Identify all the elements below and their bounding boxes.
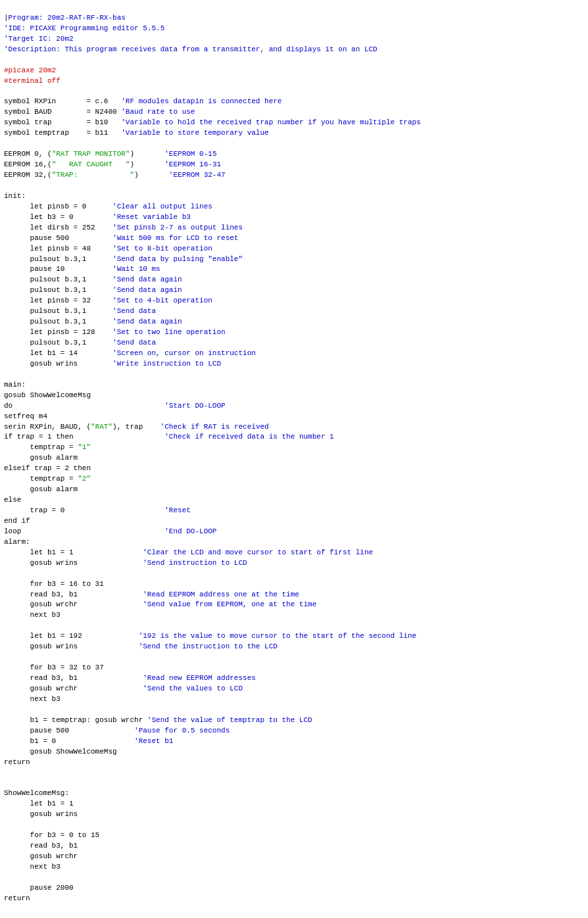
line-init5: let pinsb = 48 'Set to 8-bit operation <box>4 245 212 253</box>
line-setfreq: setfreq m4 <box>4 412 47 420</box>
line-sw-next: next b3 <box>4 863 61 871</box>
line-else: else <box>4 496 21 504</box>
line-init7: pause 10 'Wait 10 ms <box>4 265 160 273</box>
line-init9: pulsout b.3,1 'Send data again <box>4 286 182 294</box>
line-symbol3: symbol trap = b10 'Variable to hold the … <box>4 118 421 126</box>
line-sw-read: read b3, b1 <box>4 842 78 850</box>
line-temptrap2: temptrap = "2" <box>4 475 91 483</box>
line-3: 'Target IC: 20m2 <box>4 35 74 43</box>
line-sw-wrins: gosub wrins <box>4 810 78 818</box>
line-gosub-wrchr2: gosub wrchr 'Send the values to LCD <box>4 685 243 692</box>
line-elseif: elseif trap = 2 then <box>4 464 91 472</box>
line-symbol4: symbol temptrap = b11 'Variable to store… <box>4 129 269 137</box>
line-endif: end if <box>4 517 30 525</box>
line-showwelcome-label: ShowWelcomeMsg: <box>4 789 69 797</box>
line-alarm1: let b1 = 1 'Clear the LCD and move curso… <box>4 548 373 556</box>
line-temptrap-send: b1 = temptrap: gosub wrchr 'Send the val… <box>4 716 312 724</box>
line-eeprom2: EEPROM 16,(" RAT CAUGHT ") 'EEPROM 16-31 <box>4 160 221 168</box>
line-pause500: pause 500 'Pause for 0.5 seconds <box>4 727 230 735</box>
line-next2: next b3 <box>4 695 61 703</box>
line-do: do 'Start DO-LOOP <box>4 402 226 410</box>
line-for2: for b3 = 32 to 37 <box>4 664 104 671</box>
line-init10: let pinsb = 32 'Set to 4-bit operation <box>4 297 212 304</box>
line-init13: let pinsb = 128 'Set to two line operati… <box>4 328 226 336</box>
line-init14: pulsout b.3,1 'Send data <box>4 339 156 347</box>
line-init6: pulsout b.3,1 'Send data by pulsing "ena… <box>4 255 243 263</box>
line-eeprom1: EEPROM 0, ("RAT TRAP MONITOR") 'EEPROM 0… <box>4 150 216 158</box>
line-temptrap1: temptrap = "1" <box>4 443 91 451</box>
line-serin: serin RXPin, BAUD, ("RAT"), trap 'Check … <box>4 423 269 431</box>
line-init8: pulsout b.3,1 'Send data again <box>4 276 182 283</box>
line-symbol1: symbol RXPin = c.6 'RF modules datapin i… <box>4 97 282 105</box>
line-gosub-wrins1: gosub wrins 'Send the instruction to the… <box>4 642 278 650</box>
line-2: 'IDE: PICAXE Programming editor 5.5.5 <box>4 24 164 32</box>
line-alarm2: gosub wrins 'Send instruction to LCD <box>4 559 247 567</box>
line-read1: read b3, b1 'Read EEPROM address one at … <box>4 591 299 598</box>
line-sw-wrchr: gosub wrchr <box>4 852 78 860</box>
line-sw-for: for b3 = 0 to 15 <box>4 831 99 839</box>
line-main-label: main: <box>4 381 26 389</box>
bar-indicator: | <box>4 14 9 22</box>
line-alarm-label: alarm: <box>4 538 30 546</box>
line-init1: let pinsb = 0 'Clear all output lines <box>4 203 212 210</box>
line-for1: for b3 = 16 to 31 <box>4 580 104 588</box>
line-eeprom3: EEPROM 32,("TRAP: ") 'EEPROM 32-47 <box>4 171 226 179</box>
line-gosub-alarm1: gosub alarm <box>4 454 78 462</box>
line-terminal: #terminal off <box>4 77 61 85</box>
line-1: Program: 20m2-RAT-RF-RX-bas <box>9 14 126 22</box>
line-sw-pause: pause 2000 <box>4 884 74 892</box>
line-b1-192: let b1 = 192 '192 is the value to move c… <box>4 632 416 640</box>
line-sw-b1: let b1 = 1 <box>4 800 74 808</box>
line-return1: return <box>4 758 30 766</box>
line-read2: read b3, b1 'Read new EEPROM addresses <box>4 674 256 682</box>
line-if1: if trap = 1 then 'Check if received data… <box>4 433 334 441</box>
line-b1-0: b1 = 0 'Reset b1 <box>4 737 173 745</box>
line-picaxe: #picaxe 20m2 <box>4 66 56 74</box>
line-sw-return: return <box>4 894 30 902</box>
line-4: 'Description: This program receives data… <box>4 45 378 53</box>
line-main1: gosub ShowWelcomeMsg <box>4 391 91 399</box>
line-init15: let b1 = 14 'Screen on, cursor on instru… <box>4 349 256 357</box>
line-init-label: init: <box>4 192 26 200</box>
line-gosub-alarm2: gosub alarm <box>4 485 78 493</box>
line-init2: let b3 = 0 'Reset variable b3 <box>4 213 191 221</box>
code-editor: |Program: 20m2-RAT-RF-RX-bas 'IDE: PICAX… <box>4 3 584 918</box>
line-init3: let dirsb = 252 'Set pinsb 2-7 as output… <box>4 224 243 231</box>
line-loop: loop 'End DO-LOOP <box>4 527 216 535</box>
line-gosub-welcome1: gosub ShowWelcomeMsg <box>4 748 117 756</box>
line-symbol2: symbol BAUD = N2400 'Baud rate to use <box>4 108 195 116</box>
line-next1: next b3 <box>4 611 61 619</box>
line-init11: pulsout b.3,1 'Send data <box>4 307 156 315</box>
line-init12: pulsout b.3,1 'Send data again <box>4 318 182 326</box>
line-init16: gosub wrins 'Write instruction to LCD <box>4 360 221 368</box>
line-gosub-wrchr1: gosub wrchr 'Send value from EEPROM, one… <box>4 600 316 608</box>
line-init4: pause 500 'Wait 500 ms for LCD to reset <box>4 234 238 242</box>
line-trap-reset: trap = 0 'Reset <box>4 506 191 514</box>
